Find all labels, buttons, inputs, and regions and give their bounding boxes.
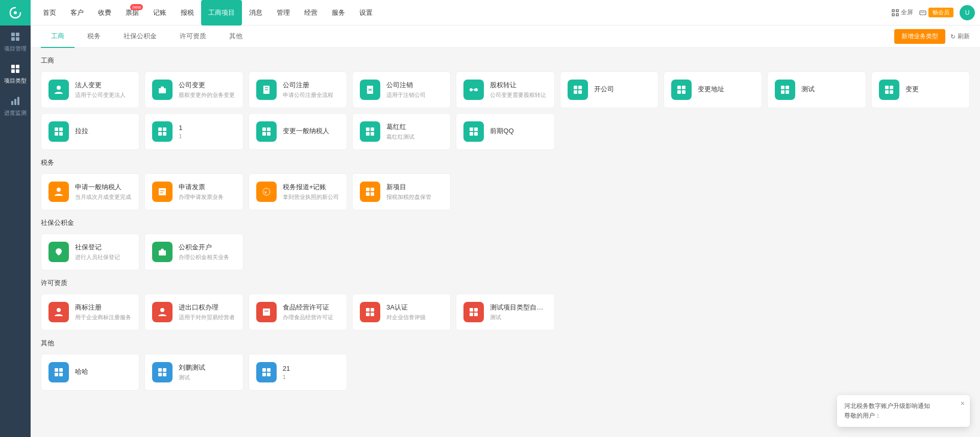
card-food-permit[interactable]: 食品经营许可证 办理食品经营许可证 bbox=[249, 294, 347, 330]
sidebar-item-label: 项目管理 bbox=[4, 45, 27, 53]
card-title: 前期QQ bbox=[490, 126, 547, 136]
card-company-register[interactable]: 公司注册 申请公司注册全流程 bbox=[249, 71, 347, 108]
card-change-address[interactable]: 变更地址 bbox=[664, 71, 762, 108]
svg-rect-94 bbox=[262, 373, 266, 376]
card-one[interactable]: 1 1 bbox=[144, 113, 243, 150]
card-title: 申请发票 bbox=[179, 183, 235, 192]
svg-rect-84 bbox=[55, 368, 58, 372]
card-title: 刘鹏测试 bbox=[179, 363, 235, 372]
nav-service[interactable]: 服务 bbox=[325, 0, 352, 25]
nav-billing[interactable]: 收费 bbox=[91, 0, 118, 25]
card-icon-test-type bbox=[463, 302, 484, 322]
avatar[interactable]: U bbox=[960, 5, 975, 20]
card-fund-account[interactable]: 公积金开户 办理公积金相关业务 bbox=[144, 234, 243, 270]
vip-btn[interactable]: 畅会员 bbox=[919, 8, 953, 17]
nav-customer[interactable]: 客户 bbox=[63, 0, 91, 25]
tabs-right: 新增业务类型 ↻ 刷新 bbox=[894, 29, 970, 44]
card-company-change[interactable]: 公司变更 股权变更外的业务变更 bbox=[144, 71, 243, 108]
svg-rect-68 bbox=[371, 188, 374, 191]
sidebar-item-label: 项目类型 bbox=[4, 77, 27, 85]
card-title: 进出口权办理 bbox=[179, 303, 235, 312]
card-3a-cert[interactable]: 3A认证 对企业信誉评级 bbox=[352, 294, 451, 330]
nav-invoice[interactable]: 票据 new bbox=[118, 0, 146, 25]
card-desc: 当月或次月成变更完成 bbox=[75, 193, 132, 201]
card-desc: 公司变更需要股权转让 bbox=[490, 91, 547, 99]
card-apply-invoice[interactable]: 申请发票 办理申请发票业务 bbox=[144, 173, 243, 210]
nav-industrial[interactable]: 工商项目 bbox=[201, 0, 242, 25]
main-wrapper: 首页 客户 收费 票据 new 记账 报税 工商项目 消息 管理 经营 服务 设… bbox=[31, 0, 980, 437]
svg-point-72 bbox=[57, 308, 61, 312]
nav-message[interactable]: 消息 bbox=[242, 0, 270, 25]
nav-operation[interactable]: 经营 bbox=[297, 0, 325, 25]
tab-tax[interactable]: 税务 bbox=[77, 25, 111, 48]
card-lala[interactable]: 拉拉 bbox=[41, 113, 139, 150]
svg-rect-26 bbox=[578, 86, 582, 89]
card-icon-equity-transfer bbox=[463, 80, 484, 100]
card-icon-social-register bbox=[48, 242, 69, 262]
card-import-export[interactable]: 进出口权办理 适用于对外贸易经营者 bbox=[144, 294, 243, 330]
notification-text: 河北税务数字账户升级影响通知尊敬的用户： bbox=[844, 401, 963, 421]
svg-rect-60 bbox=[474, 132, 478, 136]
svg-rect-90 bbox=[158, 373, 162, 376]
section-title-other: 其他 bbox=[41, 339, 970, 348]
nav-home[interactable]: 首页 bbox=[36, 0, 63, 25]
card-icon-twenty-one bbox=[256, 362, 277, 382]
chart-icon bbox=[9, 95, 21, 107]
svg-rect-88 bbox=[158, 368, 162, 372]
card-equity-transfer[interactable]: 股权转让 公司变更需要股权转让 bbox=[456, 71, 554, 108]
sidebar-item-project-mgmt[interactable]: 项目管理 bbox=[0, 25, 31, 58]
svg-rect-80 bbox=[470, 308, 473, 312]
card-test-type[interactable]: 测试项目类型自定义 测试 bbox=[456, 294, 554, 330]
nav-tax[interactable]: 报税 bbox=[174, 0, 201, 25]
sidebar-item-progress-monitor[interactable]: 进度监测 bbox=[0, 90, 31, 122]
svg-rect-57 bbox=[470, 127, 473, 131]
svg-rect-31 bbox=[677, 90, 681, 94]
card-desc: 办理食品经营许可证 bbox=[283, 314, 339, 321]
nav-settings[interactable]: 设置 bbox=[352, 0, 380, 25]
card-twenty-one[interactable]: 21 1 bbox=[249, 354, 347, 391]
card-company-cancel[interactable]: 公司注销 适用于注销公司 bbox=[352, 71, 451, 108]
tab-other[interactable]: 其他 bbox=[219, 25, 253, 48]
card-icon-apply-invoice bbox=[152, 182, 173, 202]
card-tax-report[interactable]: ¥ 税务报道+记账 拿到营业执照的新公司 bbox=[249, 173, 347, 210]
svg-rect-92 bbox=[262, 368, 266, 372]
tab-industrial[interactable]: 工商 bbox=[41, 25, 75, 48]
nav-accounting[interactable]: 记账 bbox=[146, 0, 174, 25]
card-legal-change[interactable]: 法人变更 适用于公司变更法人 bbox=[41, 71, 139, 108]
fullscreen-btn[interactable]: 全屏 bbox=[892, 8, 913, 17]
card-ge-honghong[interactable]: 葛红红 葛红红测试 bbox=[352, 113, 451, 150]
card-liu-peng[interactable]: 刘鹏测试 测试 bbox=[144, 354, 243, 391]
svg-rect-41 bbox=[55, 127, 58, 131]
svg-rect-45 bbox=[158, 127, 162, 131]
card-social-register[interactable]: 社保登记 进行人员社保登记 bbox=[41, 234, 139, 270]
tab-social-fund[interactable]: 社保公积金 bbox=[113, 25, 167, 48]
card-change-taxpayer[interactable]: 变更一般纳税人 bbox=[249, 113, 347, 150]
card-haha[interactable]: 哈哈 bbox=[41, 354, 139, 391]
sidebar-logo bbox=[0, 0, 31, 25]
tab-permit[interactable]: 许可资质 bbox=[169, 25, 216, 48]
sidebar-item-project-type[interactable]: 项目类型 bbox=[0, 58, 31, 90]
svg-rect-77 bbox=[371, 308, 374, 312]
svg-rect-10 bbox=[14, 99, 16, 105]
card-apply-taxpayer[interactable]: 申请一般纳税人 当月或次月成变更完成 bbox=[41, 173, 139, 210]
card-open-company[interactable]: 开公司 bbox=[560, 71, 658, 108]
svg-rect-28 bbox=[578, 90, 582, 94]
card-test[interactable]: 测试 bbox=[767, 71, 866, 108]
card-new-project[interactable]: 新项目 报税加税控盘保管 bbox=[352, 173, 451, 210]
svg-rect-74 bbox=[263, 309, 270, 316]
cards-grid-other: 哈哈 刘鹏测试 测试 bbox=[41, 354, 970, 391]
svg-rect-42 bbox=[59, 127, 63, 131]
notification-close-btn[interactable]: × bbox=[961, 399, 965, 407]
card-icon-ge bbox=[360, 121, 380, 142]
new-type-button[interactable]: 新增业务类型 bbox=[894, 29, 945, 44]
svg-rect-43 bbox=[55, 132, 58, 136]
card-icon-haha bbox=[48, 362, 69, 382]
nav-manage[interactable]: 管理 bbox=[270, 0, 297, 25]
svg-point-23 bbox=[470, 88, 473, 91]
refresh-button[interactable]: ↻ 刷新 bbox=[950, 32, 970, 41]
card-change[interactable]: 变更 bbox=[871, 71, 970, 108]
svg-text:¥: ¥ bbox=[264, 190, 267, 195]
card-trademark[interactable]: 商标注册 用于企业商标注册服务 bbox=[41, 294, 139, 330]
card-front-qq[interactable]: 前期QQ bbox=[456, 113, 554, 150]
svg-rect-48 bbox=[163, 132, 166, 136]
